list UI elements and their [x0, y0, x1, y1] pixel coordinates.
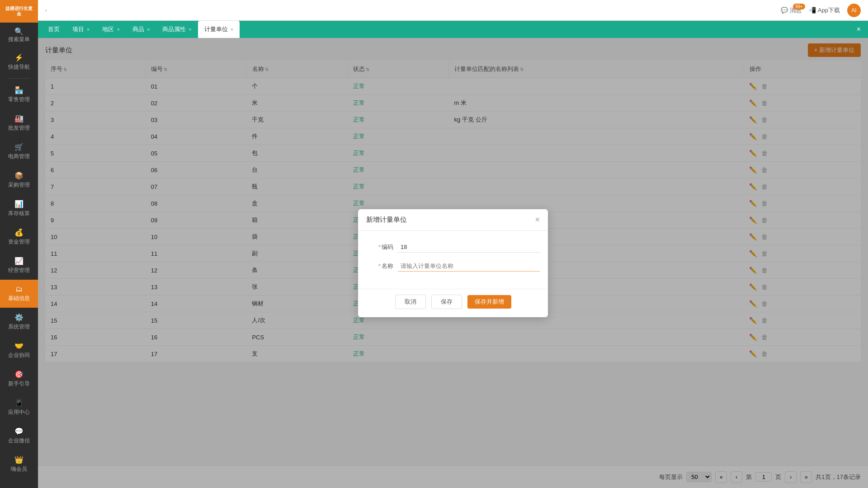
app-icon: 📲	[809, 7, 816, 14]
finance-icon: 💰	[14, 228, 24, 237]
message-button[interactable]: 💬 消息 99+	[781, 6, 802, 14]
sidebar-item-nav[interactable]: ⚡ 快捷导航	[0, 48, 38, 76]
tab-project-close[interactable]: ×	[87, 27, 90, 32]
retail-icon: 🏪	[14, 86, 24, 94]
tab-attributes[interactable]: 商品属性 ×	[156, 21, 198, 38]
app-logo: 益楼进行生意金	[0, 0, 38, 23]
save-and-new-button[interactable]: 保存并新增	[467, 295, 511, 309]
message-badge: 99+	[793, 4, 805, 9]
modal-close-button[interactable]: ×	[535, 216, 540, 224]
operation-icon: 📈	[14, 257, 24, 265]
tab-goods-close[interactable]: ×	[147, 27, 150, 32]
name-label: *名称	[366, 262, 398, 270]
save-button[interactable]: 保存	[431, 295, 462, 309]
tab-project[interactable]: 项目 ×	[66, 21, 96, 38]
sidebar-divider	[8, 78, 30, 79]
sidebar-item-member[interactable]: 👑 嗨会员	[0, 450, 38, 479]
sidebar-search[interactable]: 🔍 搜索菜单	[0, 23, 38, 48]
cancel-button[interactable]: 取消	[395, 295, 426, 309]
sidebar-item-guide[interactable]: 🎯 新手引导	[0, 365, 38, 393]
app-center-icon: 📱	[14, 399, 24, 407]
modal-overlay: 新增计量单位 × *编码 *名称	[38, 38, 868, 488]
member-icon: 👑	[14, 455, 24, 464]
sidebar-item-enterprise[interactable]: 💬 企业微信	[0, 422, 38, 450]
code-required-mark: *	[378, 244, 381, 250]
tab-region[interactable]: 地区 ×	[96, 21, 126, 38]
modal-body: *编码 *名称	[358, 231, 548, 289]
sidebar-item-finance[interactable]: 💰 资金管理	[0, 223, 38, 251]
sidebar-item-partner[interactable]: 🤝 企业协同	[0, 336, 38, 365]
code-input[interactable]	[398, 242, 540, 253]
sidebar: 益楼进行生意金 🔍 搜索菜单 ⚡ 快捷导航 🏪 零售管理 🏭 批发管理 🛒 电商…	[0, 0, 38, 488]
sidebar-item-operation[interactable]: 📈 经营管理	[0, 251, 38, 280]
tab-close-all[interactable]: ×	[853, 25, 864, 33]
name-field-row: *名称	[366, 261, 540, 272]
sidebar-item-wholesale[interactable]: 🏭 批发管理	[0, 109, 38, 137]
code-label: *编码	[366, 243, 398, 251]
guide-icon: 🎯	[14, 370, 24, 379]
wholesale-icon: 🏭	[14, 114, 24, 123]
sidebar-item-base[interactable]: 🗂 基础信息	[0, 280, 38, 308]
tab-unit[interactable]: 计量单位 ×	[198, 21, 240, 38]
sidebar-item-purchase[interactable]: 📦 采购管理	[0, 166, 38, 194]
sidebar-item-system[interactable]: ⚙️ 系统管理	[0, 308, 38, 336]
tab-unit-close[interactable]: ×	[231, 27, 233, 32]
sidebar-item-app-center[interactable]: 📱 应用中心	[0, 393, 38, 422]
main-area: › 💬 消息 99+ 📲 App下载 AI 首页 项目 × 地区	[38, 0, 868, 488]
sidebar-item-inventory[interactable]: 📊 库存核算	[0, 194, 38, 223]
modal-header: 新增计量单位 ×	[358, 209, 548, 231]
name-input[interactable]	[398, 261, 540, 272]
topbar: › 💬 消息 99+ 📲 App下载 AI	[38, 0, 868, 21]
system-icon: ⚙️	[14, 313, 24, 322]
tab-home[interactable]: 首页	[42, 21, 66, 38]
modal-footer: 取消 保存 保存并新增	[358, 289, 548, 317]
nav-icon: ⚡	[14, 53, 24, 62]
modal-title: 新增计量单位	[366, 216, 407, 224]
enterprise-icon: 💬	[14, 427, 24, 436]
logo-text: 益楼进行生意金	[5, 6, 33, 17]
ecommerce-icon: 🛒	[14, 143, 24, 151]
message-icon: 💬	[781, 7, 788, 14]
topbar-left: ›	[45, 7, 47, 14]
tab-goods[interactable]: 商品 ×	[126, 21, 156, 38]
partner-icon: 🤝	[14, 342, 24, 350]
tabbar: 首页 项目 × 地区 × 商品 × 商品属性 × 计量单位 × ×	[38, 21, 868, 38]
purchase-icon: 📦	[14, 171, 24, 180]
base-icon: 🗂	[15, 285, 23, 293]
name-required-mark: *	[378, 263, 381, 269]
code-field-row: *编码	[366, 242, 540, 253]
user-avatar[interactable]: AI	[847, 4, 861, 17]
sidebar-item-ecommerce[interactable]: 🛒 电商管理	[0, 137, 38, 166]
content-area: 计量单位 + 新增计量单位 序号⇅ 编号⇅ 名称⇅ 状态⇅ 计量单位匹配的名称列…	[38, 38, 868, 488]
sidebar-item-retail[interactable]: 🏪 零售管理	[0, 80, 38, 109]
add-unit-modal: 新增计量单位 × *编码 *名称	[358, 209, 548, 317]
topbar-right: 💬 消息 99+ 📲 App下载 AI	[781, 4, 861, 17]
breadcrumb-arrow: ›	[45, 7, 47, 14]
app-download-button[interactable]: 📲 App下载	[809, 6, 840, 14]
inventory-icon: 📊	[14, 200, 24, 208]
tab-attributes-close[interactable]: ×	[189, 27, 191, 32]
tab-region-close[interactable]: ×	[117, 27, 119, 32]
